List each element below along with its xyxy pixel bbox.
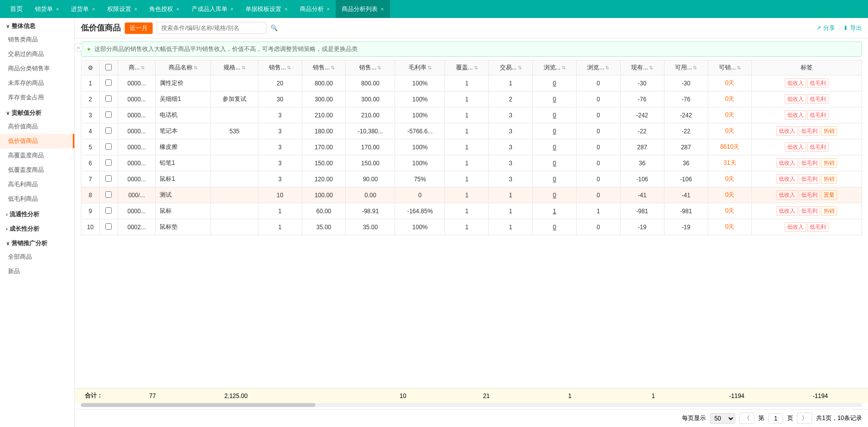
view1-link[interactable]: 0	[553, 160, 556, 167]
row-checkbox[interactable]	[100, 139, 118, 155]
row-view1[interactable]: 0	[533, 107, 577, 123]
row-checkbox[interactable]	[100, 219, 118, 235]
row-checkbox[interactable]	[100, 187, 118, 203]
code-column-header[interactable]: 商...⇅	[118, 60, 156, 75]
sidebar-item-sales-category[interactable]: 销售类商品	[0, 32, 74, 47]
sidebar-group-overall[interactable]: ∨ 整体信息	[0, 18, 74, 32]
view1-link[interactable]: 0	[553, 176, 556, 183]
nav-template[interactable]: 单据模板设置 ×	[239, 0, 293, 18]
row-checkbox[interactable]	[100, 91, 118, 107]
sidebar-item-high-coverage[interactable]: 高覆盖度商品	[0, 148, 74, 163]
row-select-checkbox[interactable]	[105, 95, 112, 102]
sidebar-item-category-rate[interactable]: 商品分类销售率	[0, 61, 74, 76]
view1-link[interactable]: 0	[553, 144, 556, 151]
nav-purchase[interactable]: 进货单 ×	[65, 0, 101, 18]
row-view1[interactable]: 1	[533, 203, 577, 219]
sidebar-group-marketing[interactable]: ∨ 营销推广分析	[0, 235, 74, 250]
row-checkbox[interactable]	[100, 123, 118, 139]
view1-link[interactable]: 1	[553, 208, 556, 215]
view1-link[interactable]: 0	[553, 96, 556, 103]
close-purchase-icon[interactable]: ×	[92, 6, 95, 12]
horizontal-scrollbar[interactable]	[81, 403, 862, 407]
sidebar-item-all-products[interactable]: 全部商品	[0, 250, 74, 264]
sidebar-item-no-stock[interactable]: 未库存的商品	[0, 76, 74, 90]
row-view1[interactable]: 0	[533, 155, 577, 171]
row-select-checkbox[interactable]	[105, 79, 112, 86]
row-select-checkbox[interactable]	[105, 223, 112, 230]
avgprice-column-header[interactable]: 销售...⇅	[346, 60, 395, 75]
view1-link[interactable]: 0	[553, 80, 556, 87]
close-analysis-list-icon[interactable]: ×	[381, 6, 384, 12]
sidebar-item-low-coverage[interactable]: 低覆盖度商品	[0, 163, 74, 177]
view2-column-header[interactable]: 浏览...⇅	[577, 60, 621, 75]
available-column-header[interactable]: 可用...⇅	[664, 60, 708, 75]
sidebar-group-liquidity[interactable]: › 流通性分析	[0, 206, 74, 221]
sidebar-item-low-value[interactable]: 低价值商品	[0, 134, 74, 148]
row-view1[interactable]: 0	[533, 171, 577, 187]
nav-warehouse[interactable]: 产成品入库单 ×	[186, 0, 239, 18]
row-view1[interactable]: 0	[533, 187, 577, 203]
search-icon[interactable]: 🔍	[270, 24, 278, 31]
close-analysis-icon[interactable]: ×	[327, 6, 330, 12]
row-checkbox[interactable]	[100, 203, 118, 219]
close-sales-icon[interactable]: ×	[56, 6, 59, 12]
row-select-checkbox[interactable]	[105, 143, 112, 150]
row-select-checkbox[interactable]	[105, 191, 112, 198]
row-select-checkbox[interactable]	[105, 175, 112, 182]
close-warehouse-icon[interactable]: ×	[230, 6, 233, 12]
select-all-checkbox[interactable]	[105, 64, 112, 70]
nav-permission[interactable]: 权限设置 ×	[101, 0, 143, 18]
stock-column-header[interactable]: 现有...⇅	[620, 60, 664, 75]
row-view1[interactable]: 0	[533, 91, 577, 107]
grossrate-column-header[interactable]: 毛利率⇅	[395, 60, 445, 75]
sidebar-item-stock-fund[interactable]: 库存资金占用	[0, 90, 74, 105]
export-btn[interactable]: ⬇ 导出	[843, 24, 862, 32]
view1-link[interactable]: 0	[553, 224, 556, 231]
nav-home[interactable]: 首页	[4, 0, 29, 18]
nav-sales[interactable]: 销货单 ×	[29, 0, 65, 18]
row-checkbox[interactable]	[100, 107, 118, 123]
filter-month-btn[interactable]: 近一月	[125, 22, 153, 34]
row-select-checkbox[interactable]	[105, 159, 112, 166]
sidebar-item-new-products[interactable]: 新品	[0, 264, 74, 279]
spec-column-header[interactable]: 规格...⇅	[211, 60, 258, 75]
row-select-checkbox[interactable]	[105, 207, 112, 214]
row-select-checkbox[interactable]	[105, 111, 112, 118]
view1-column-header[interactable]: 浏览...⇅	[533, 60, 577, 75]
checkbox-column-header[interactable]	[100, 60, 118, 75]
scrollbar-thumb[interactable]	[81, 403, 315, 407]
nav-role[interactable]: 角色授权 ×	[143, 0, 185, 18]
sidebar-item-traded[interactable]: 交易过的商品	[0, 47, 74, 61]
close-template-icon[interactable]: ×	[284, 6, 287, 12]
sidebar-item-high-value[interactable]: 高价值商品	[0, 119, 74, 134]
prev-page-btn[interactable]: 〈	[739, 413, 754, 424]
per-page-select[interactable]: 50 100	[710, 413, 735, 424]
row-view1[interactable]: 0	[533, 219, 577, 235]
sellable-column-header[interactable]: 可销...⇅	[708, 60, 752, 75]
sidebar-group-contribution[interactable]: ∨ 贡献值分析	[0, 105, 74, 119]
sidebar-group-growth[interactable]: › 成长性分析	[0, 221, 74, 235]
qty-column-header[interactable]: 销售...⇅	[258, 60, 302, 75]
share-btn[interactable]: ↗ 分享	[816, 24, 835, 32]
row-checkbox[interactable]	[100, 171, 118, 187]
nav-analysis-list[interactable]: 商品分析列表 ×	[336, 0, 390, 18]
sidebar-collapse-btn[interactable]: ‹‹	[74, 43, 83, 52]
row-view1[interactable]: 0	[533, 75, 577, 91]
nav-analysis[interactable]: 商品分析 ×	[294, 0, 336, 18]
view1-link[interactable]: 0	[553, 192, 556, 199]
close-role-icon[interactable]: ×	[176, 6, 179, 12]
row-view1[interactable]: 0	[533, 123, 577, 139]
coverage-column-header[interactable]: 覆盖...⇅	[445, 60, 489, 75]
settings-column-header[interactable]: ⚙	[81, 60, 100, 75]
row-checkbox[interactable]	[100, 155, 118, 171]
close-permission-icon[interactable]: ×	[134, 6, 137, 12]
search-input[interactable]	[157, 22, 266, 34]
next-page-btn[interactable]: 〉	[797, 413, 812, 424]
row-checkbox[interactable]	[100, 75, 118, 91]
name-column-header[interactable]: 商品名称⇅	[156, 60, 211, 75]
row-view1[interactable]: 0	[533, 139, 577, 155]
sidebar-item-low-margin[interactable]: 低毛利商品	[0, 192, 74, 206]
row-select-checkbox[interactable]	[105, 127, 112, 134]
sidebar-item-high-margin[interactable]: 高毛利商品	[0, 177, 74, 192]
transaction-column-header[interactable]: 交易...⇅	[489, 60, 533, 75]
